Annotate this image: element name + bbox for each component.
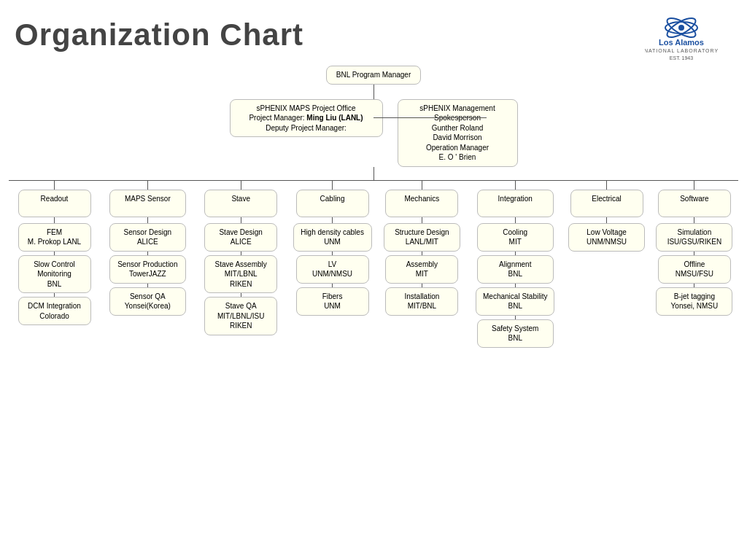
sensor-design-box: Sensor DesignALICE	[109, 223, 186, 252]
col-header-maps-sensor: MAPS Sensor	[109, 190, 186, 217]
hd-cables-box: High density cablesUNM	[293, 223, 372, 252]
structure-design-box: Structure DesignLANL/MIT	[384, 223, 460, 252]
sensor-production-box: Sensor ProductionTowerJAZZ	[109, 255, 186, 284]
logo-area: Los Alamos NATIONAL LABORATORY EST. 1943	[630, 7, 732, 62]
project-office-box: sPHENIX MAPS Project Office Project Mana…	[230, 99, 383, 138]
mech-stability-box: Mechanical StabilityBNL	[476, 287, 554, 316]
col-header-stave: Stave	[204, 190, 277, 217]
cooling-box: CoolingMIT	[477, 223, 554, 252]
alignment-box: AlignmentBNL	[477, 255, 554, 284]
sensor-qa-box: Sensor QAYonsei(Korea)	[109, 287, 186, 316]
low-voltage-box: Low VoltageUNM/NMSU	[568, 223, 645, 252]
svg-text:EST. 1943: EST. 1943	[670, 55, 693, 61]
lanl-logo: Los Alamos NATIONAL LABORATORY EST. 1943	[645, 7, 718, 62]
svg-text:NATIONAL LABORATORY: NATIONAL LABORATORY	[645, 48, 718, 53]
offline-box: OfflineNMSU/FSU	[658, 255, 731, 284]
dcm-integration-box: DCM IntegrationColorado	[18, 297, 91, 325]
safety-system-box: Safety SystemBNL	[477, 319, 554, 348]
simulation-box: SimulationISU/GSU/RIKEN	[656, 223, 732, 252]
page-title: Organization Chart	[15, 18, 303, 52]
page-header: Organization Chart Los Alamos NATIONAL L…	[0, 0, 747, 66]
col-header-cabling: Cabling	[296, 190, 369, 217]
stave-design-box: Stave DesignALICE	[204, 223, 277, 252]
assembly-box: AssemblyMIT	[385, 255, 458, 284]
svg-text:Los Alamos: Los Alamos	[659, 38, 704, 47]
stave-qa-box: Stave QAMIT/LBNL/ISURIKEN	[204, 297, 277, 335]
fibers-box: FibersUNM	[296, 287, 369, 316]
fem-box: FEMM. Prokop LANL	[18, 223, 91, 252]
col-header-readout: Readout	[18, 190, 91, 217]
slow-control-box: Slow ControlMonitoringBNL	[18, 255, 91, 294]
lv-box: LVUNM/NMSU	[296, 255, 369, 284]
bnl-program-manager-box: BNL Program Manager	[326, 66, 421, 85]
stave-assembly-box: Stave AssemblyMIT/LBNLRIKEN	[204, 255, 277, 294]
col-header-software: Software	[658, 190, 731, 217]
col-header-electrical: Electrical	[570, 190, 643, 217]
col-header-integration: Integration	[477, 190, 554, 217]
svg-point-3	[678, 25, 684, 31]
management-box: sPHENIX Management Spokesperson Gunther …	[398, 99, 518, 167]
org-chart: BNL Program Manager sPHENIX MAPS Project…	[7, 66, 740, 348]
col-header-mechanics: Mechanics	[385, 190, 458, 217]
installation-box: InstallationMIT/BNL	[385, 287, 458, 316]
bjet-tagging-box: B-jet taggingYonsei, NMSU	[656, 287, 732, 316]
